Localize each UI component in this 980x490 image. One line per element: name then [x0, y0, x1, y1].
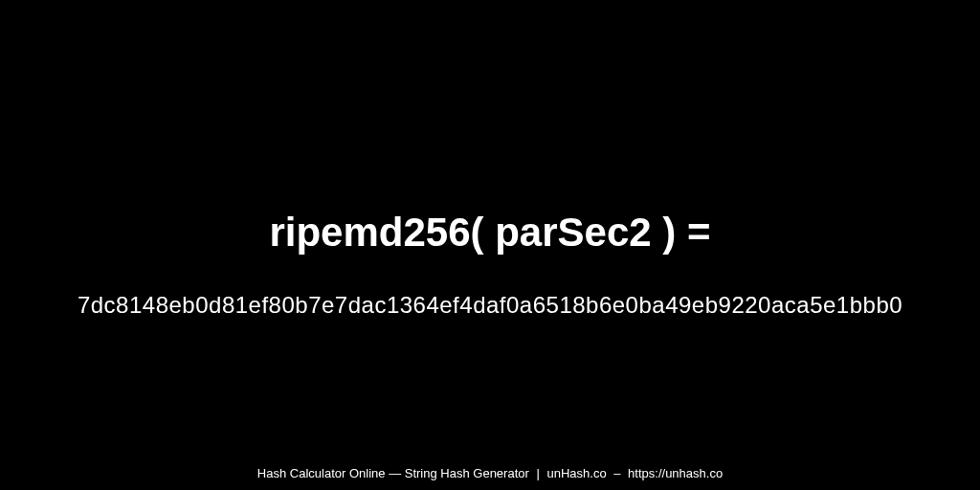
main-content: ripemd256( parSec2 ) = 7dc8148eb0d81ef80… [78, 0, 902, 490]
footer-site-name: unHash.co [546, 466, 606, 480]
footer: Hash Calculator Online — String Hash Gen… [0, 466, 980, 480]
hash-expression: ripemd256( parSec2 ) = [269, 210, 710, 256]
footer-dash: – [613, 466, 620, 480]
hash-result: 7dc8148eb0d81ef80b7e7dac1364ef4daf0a6518… [78, 292, 902, 319]
footer-url: https://unhash.co [628, 466, 723, 480]
footer-tagline: Hash Calculator Online — String Hash Gen… [257, 466, 529, 480]
footer-separator: | [536, 466, 539, 480]
